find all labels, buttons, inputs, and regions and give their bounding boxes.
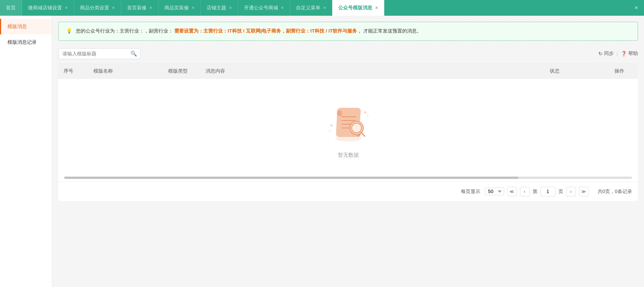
- close-tab-template[interactable]: ×: [375, 5, 378, 10]
- lightbulb-icon: 💡: [66, 28, 72, 34]
- col-header-action: 操作: [601, 64, 638, 78]
- svg-point-11: [330, 124, 333, 126]
- search-icon[interactable]: 🔍: [130, 51, 137, 57]
- close-tab-mall[interactable]: ×: [281, 5, 284, 10]
- svg-line-7: [361, 132, 365, 136]
- nav-tab-theme[interactable]: 店铺主题 ×: [201, 0, 238, 16]
- close-tab-menu[interactable]: ×: [323, 5, 326, 10]
- page-size-select[interactable]: 50 10 20 100: [485, 187, 504, 195]
- svg-point-10: [367, 115, 369, 117]
- nav-tab-home[interactable]: 首页: [0, 0, 22, 16]
- close-tab-product[interactable]: ×: [192, 5, 194, 10]
- scrollbar-row: [58, 174, 638, 182]
- scrollbar-thumb[interactable]: [64, 177, 518, 179]
- col-header-type: 模版类型: [163, 64, 200, 78]
- col-header-name: 模版名称: [88, 64, 163, 78]
- top-nav: 首页 微商城店铺设置 × 商品分类设置 × 首页装修 × 商品页装修 × 店铺主…: [0, 0, 644, 16]
- col-header-status: 状态: [545, 64, 601, 78]
- close-tab-weshop[interactable]: ×: [65, 5, 68, 10]
- sidebar: 模版消息 模版消息记录: [0, 16, 52, 287]
- scrollbar-track[interactable]: [64, 177, 632, 179]
- empty-text: 暂无数据: [58, 152, 638, 159]
- help-icon: ❓: [621, 51, 627, 57]
- empty-state: 暂无数据: [58, 79, 638, 174]
- first-page-button[interactable]: ≪: [507, 187, 517, 196]
- help-button[interactable]: ❓ 帮助: [621, 50, 638, 57]
- search-input[interactable]: [58, 48, 141, 59]
- search-input-wrap: 🔍: [58, 48, 141, 59]
- nav-tab-category[interactable]: 商品分类设置 ×: [74, 0, 121, 16]
- last-page-button[interactable]: ≫: [579, 187, 589, 196]
- current-page-input[interactable]: [540, 187, 555, 196]
- nav-tab-template[interactable]: 公众号模版消息 ×: [332, 0, 384, 16]
- svg-point-9: [364, 111, 366, 113]
- current-page-label: 第: [533, 188, 537, 195]
- total-info: 共0页，0条记录: [598, 188, 632, 195]
- toolbar-right: ↻ 同步 | ❓ 帮助: [598, 50, 638, 57]
- prev-page-button[interactable]: ‹: [520, 187, 530, 196]
- main-content: 💡 您的公众号行业为：主营行业：，副营行业： 需要设置为：主营行业：IT科技 /…: [52, 16, 644, 287]
- close-tab-theme[interactable]: ×: [229, 5, 232, 10]
- sidebar-item-template-record[interactable]: 模版消息记录: [0, 34, 52, 50]
- nav-tab-mall[interactable]: 开通公众号商城 ×: [238, 0, 290, 16]
- close-all-button[interactable]: ×: [629, 4, 644, 11]
- data-table: 序号 模版名称 模版类型 消息内容 状态 操作: [58, 64, 638, 174]
- nav-tab-menu[interactable]: 自定义菜单 ×: [290, 0, 332, 16]
- nav-tab-weshop[interactable]: 微商城店铺设置 ×: [22, 0, 74, 16]
- empty-icon: [326, 101, 371, 146]
- sidebar-item-template-message[interactable]: 模版消息: [0, 19, 52, 34]
- nav-tab-product[interactable]: 商品页装修 ×: [158, 0, 201, 16]
- close-tab-category[interactable]: ×: [112, 5, 115, 10]
- close-tab-homepage[interactable]: ×: [150, 5, 152, 10]
- toolbar-divider: |: [617, 51, 618, 57]
- sync-icon: ↻: [598, 51, 603, 57]
- page-unit-label: 页: [558, 188, 563, 195]
- col-header-content: 消息内容: [200, 64, 545, 78]
- pagination: 每页显示 50 10 20 100 ≪ ‹ 第 页 › ≫ 共0页，0条记录: [58, 182, 638, 201]
- main-layout: 模版消息 模版消息记录 💡 您的公众号行业为：主营行业：，副营行业： 需要设置为…: [0, 16, 644, 287]
- sync-button[interactable]: ↻ 同步: [598, 50, 614, 57]
- nav-tab-homepage[interactable]: 首页装修 ×: [121, 0, 158, 16]
- col-header-no: 序号: [58, 64, 88, 78]
- next-page-button[interactable]: ›: [566, 187, 576, 196]
- page-size-label: 每页显示: [461, 188, 480, 195]
- alert-box: 💡 您的公众号行业为：主营行业：，副营行业： 需要设置为：主营行业：IT科技 /…: [58, 22, 638, 41]
- search-bar: 🔍 ↻ 同步 | ❓ 帮助: [58, 48, 638, 59]
- svg-point-12: [329, 130, 330, 132]
- empty-state-row: 暂无数据: [58, 78, 638, 174]
